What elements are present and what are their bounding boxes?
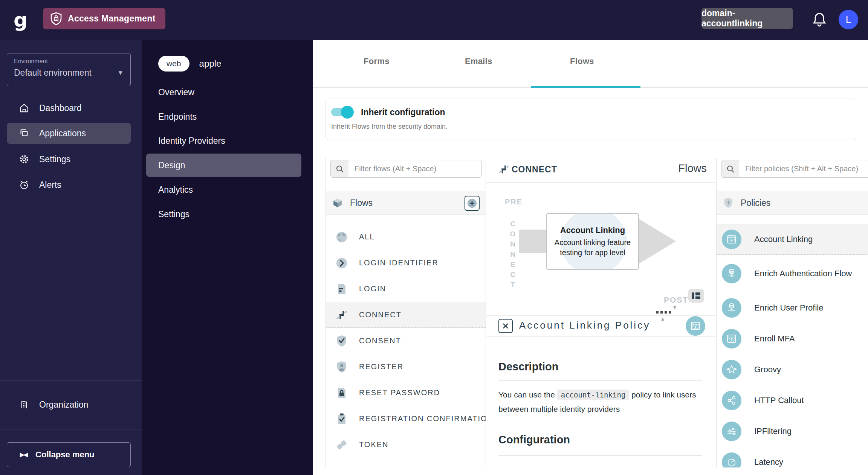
environment-selector[interactable]: Environment Default environment ▼	[7, 53, 131, 86]
active-tab-indicator	[531, 86, 640, 88]
appnav-item-design[interactable]: Design	[146, 154, 301, 177]
policy-detail-panel: Account Linking Policy Description You c…	[486, 315, 717, 467]
shield-person-icon	[335, 360, 348, 374]
designer-flow-title: CONNECT	[512, 164, 557, 175]
sidebar-item-label: Organization	[39, 400, 88, 410]
connect-icon	[497, 163, 510, 176]
inherit-configuration-subtitle: Inherit Flows from the security domain.	[331, 123, 448, 131]
product-badge-label: Access Management	[68, 14, 156, 24]
shield-check-icon	[335, 334, 348, 348]
sliders-icon	[722, 422, 741, 441]
policy-item-groovy[interactable]: Groovy	[717, 354, 868, 385]
share-nodes-icon	[722, 391, 741, 410]
policies-header-label: Policies	[741, 198, 770, 208]
connect-icon	[335, 308, 348, 322]
notifications-bell-icon[interactable]	[811, 11, 828, 31]
description-heading: Description	[498, 361, 559, 373]
sidebar-item-dashboard[interactable]: Dashboard	[7, 97, 131, 119]
policies-list-panel: Policies Account Linking Enrich Authenti…	[717, 158, 868, 467]
account-linking-policy-icon	[686, 316, 705, 336]
home-icon	[18, 102, 30, 114]
search-icon	[331, 160, 348, 177]
compact-view-toggle[interactable]	[688, 289, 704, 303]
policy-item-latency[interactable]: Latency	[717, 447, 868, 467]
policy-item-enrich-authentication-flow[interactable]: Enrich Authentication Flow	[717, 255, 868, 292]
tab-forms[interactable]: Forms	[364, 56, 390, 66]
filter-flows-input[interactable]	[348, 160, 481, 177]
designer-header: CONNECT Flows	[486, 158, 717, 183]
shield-bolt-icon	[723, 197, 734, 209]
inherit-configuration-toggle[interactable]	[331, 108, 353, 116]
policy-code-chip: account-linking	[557, 390, 630, 400]
collapse-menu-label: Collapse menu	[35, 450, 94, 460]
add-flow-button[interactable]	[465, 196, 480, 211]
appnav-item-settings[interactable]: Settings	[146, 202, 301, 226]
sidebar-item-alerts[interactable]: Alerts	[7, 174, 131, 195]
tab-flows[interactable]: Flows	[570, 56, 594, 66]
alarm-icon	[18, 179, 30, 191]
policy-detail-header: Account Linking Policy	[486, 315, 717, 336]
sidebar-item-applications[interactable]: Applications	[7, 123, 131, 144]
policy-item-account-linking[interactable]: Account Linking	[717, 224, 868, 255]
flow-item-login-identifier[interactable]: LOGIN IDENTIFIER	[326, 250, 486, 276]
user-avatar[interactable]: L	[839, 10, 858, 29]
design-tabs: Forms Emails Flows	[313, 40, 868, 88]
environment-label: Environment	[14, 58, 124, 65]
sidebar-item-settings[interactable]: Settings	[7, 149, 131, 170]
search-icon	[721, 160, 739, 177]
policy-item-enrich-user-profile[interactable]: Enrich User Profile	[717, 292, 868, 323]
flow-item-register[interactable]: REGISTER	[326, 354, 486, 380]
flow-item-token[interactable]: TOKEN	[326, 432, 486, 458]
document-icon	[335, 282, 348, 296]
collapse-menu-button[interactable]: ▶◀ Collapse menu	[7, 442, 131, 467]
appnav-item-identity-providers[interactable]: Identity Providers	[146, 129, 301, 152]
main-content: Forms Emails Flows Inherit configuration…	[313, 40, 868, 475]
policy-item-ipfiltering[interactable]: IPFiltering	[717, 416, 868, 447]
flow-item-consent[interactable]: CONSENT	[326, 328, 486, 354]
flow-item-registration-confirmation[interactable]: REGISTRATION CONFIRMATIO	[326, 406, 486, 432]
policy-description-text: You can use the account-linking policy t…	[498, 388, 705, 416]
sidebar-item-organization[interactable]: Organization	[7, 394, 131, 415]
domain-selector-button[interactable]: domain-accountlinking	[701, 8, 793, 29]
post-step-label: POST	[664, 295, 688, 304]
section-divider	[498, 455, 702, 456]
flow-item-connect[interactable]: CONNECT	[326, 302, 486, 328]
gear-icon	[18, 153, 30, 165]
flow-diagram: PRE CONNECT Account Linking Account link…	[486, 183, 717, 315]
designer-panel-label: Flows	[678, 162, 707, 175]
flow-stage-vertical-label: CONNECT	[509, 219, 517, 290]
groovy-star-icon	[722, 360, 741, 379]
flow-designer-panels: Flows ALL LOGIN IDENTIFIER	[313, 158, 868, 467]
account-linking-step-node[interactable]: Account Linking Account linking feature …	[546, 213, 639, 270]
tab-emails[interactable]: Emails	[465, 56, 492, 66]
appnav-item-endpoints[interactable]: Endpoints	[146, 105, 301, 128]
flows-list-panel: Flows ALL LOGIN IDENTIFIER	[326, 158, 486, 467]
policy-item-http-callout[interactable]: HTTP Callout	[717, 385, 868, 416]
database-node-icon	[722, 264, 741, 283]
flow-item-all[interactable]: ALL	[326, 224, 486, 250]
flow-item-reset-password[interactable]: RESET PASSWORD	[326, 380, 486, 406]
flow-item-login[interactable]: LOGIN	[326, 276, 486, 302]
gravitee-logo[interactable]: g	[14, 9, 28, 31]
appnav-item-analytics[interactable]: Analytics	[146, 178, 301, 201]
appnav-item-overview[interactable]: Overview	[146, 81, 301, 104]
sidebar-item-label: Applications	[39, 128, 86, 139]
organization-icon	[18, 399, 30, 411]
inherit-configuration-title: Inherit configuration	[361, 107, 445, 117]
close-icon[interactable]	[498, 319, 513, 333]
database-node-icon	[722, 298, 741, 318]
drop-indicator-dots	[656, 311, 673, 314]
application-sidebar: web apple Overview Endpoints Identity Pr…	[142, 40, 313, 475]
sidebar-item-label: Alerts	[39, 180, 61, 190]
sidebar-item-label: Dashboard	[39, 103, 82, 113]
sidebar-divider	[0, 429, 142, 429]
app-name: apple	[199, 58, 222, 69]
gauge-icon	[722, 452, 741, 467]
step-node-subtitle: Account linking feature testing for app …	[553, 238, 632, 258]
filter-policies-input[interactable]	[739, 160, 868, 177]
cube-icon	[332, 197, 343, 209]
product-badge[interactable]: Access Management	[43, 8, 165, 29]
window-plus-icon	[722, 230, 741, 249]
policy-item-enroll-mfa[interactable]: Enroll MFA	[717, 323, 868, 354]
flows-header: Flows	[326, 191, 486, 215]
